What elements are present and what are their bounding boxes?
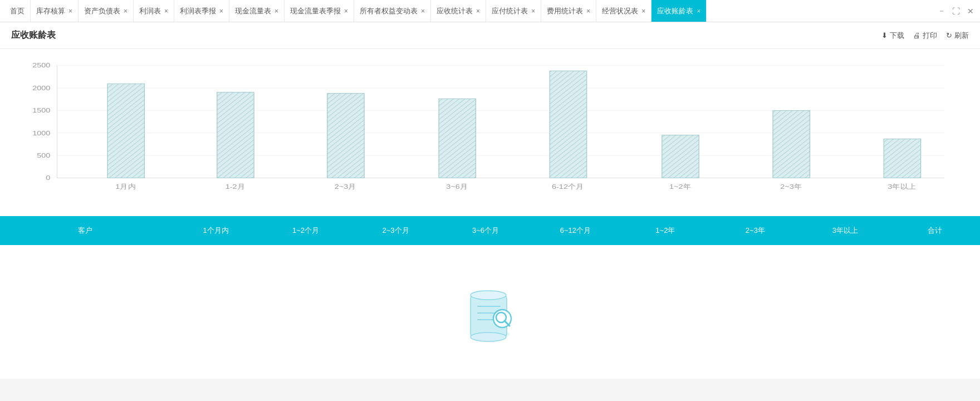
bar-1-2年 xyxy=(662,135,699,178)
bar-chart: 2500 2000 1500 1000 500 0 1月内 1-2月 xyxy=(17,60,958,199)
tab-equity[interactable]: 所有者权益变动表× xyxy=(354,0,431,22)
bar-2-3年 xyxy=(773,110,810,178)
bar-2-3月 xyxy=(327,94,364,178)
svg-text:500: 500 xyxy=(37,151,50,159)
svg-text:2500: 2500 xyxy=(32,62,50,69)
tab-home[interactable]: 首页 xyxy=(4,0,31,22)
svg-text:6-12个月: 6-12个月 xyxy=(552,183,584,190)
tab-label-equity: 所有者权益变动表 xyxy=(360,6,418,16)
tab-label-operations: 经营状况表 xyxy=(602,6,638,16)
table-header-9: 合计 xyxy=(890,226,980,236)
tab-label-ar-aging: 应收账龄表 xyxy=(657,6,693,16)
table-header-3: 2~3个月 xyxy=(351,226,440,236)
tab-operations[interactable]: 经营状况表× xyxy=(596,0,651,22)
tab-ar-stats[interactable]: 应收统计表× xyxy=(431,0,486,22)
empty-icon xyxy=(457,278,523,345)
tab-close-equity[interactable]: × xyxy=(421,7,425,15)
bar-3年以上 xyxy=(884,139,920,178)
tab-ar-aging[interactable]: 应收账龄表× xyxy=(651,0,707,22)
svg-text:1-2月: 1-2月 xyxy=(226,183,245,190)
tab-close-ar-aging[interactable]: × xyxy=(697,7,700,15)
tab-close-balance[interactable]: × xyxy=(124,7,128,15)
tab-label-cashflow: 现金流量表 xyxy=(235,6,271,16)
minimize-button[interactable]: － xyxy=(937,6,947,16)
download-button[interactable]: ⬇ 下载 xyxy=(881,31,904,41)
tab-label-ar-stats: 应收统计表 xyxy=(437,6,473,16)
svg-text:1月内: 1月内 xyxy=(115,183,136,190)
main-content: 2500 2000 1500 1000 500 0 1月内 1-2月 xyxy=(0,49,980,379)
tab-expense-stats[interactable]: 费用统计表× xyxy=(541,0,596,22)
maximize-button[interactable]: ⛶ xyxy=(951,6,961,16)
tab-close-cashflow-quarterly[interactable]: × xyxy=(344,7,348,15)
svg-text:1~2年: 1~2年 xyxy=(669,183,691,190)
refresh-icon: ↻ xyxy=(946,31,952,40)
tab-bar: 首页库存核算×资产负债表×利润表×利润表季报×现金流量表×现金流量表季报×所有者… xyxy=(0,0,980,22)
print-button[interactable]: 🖨 打印 xyxy=(913,31,937,41)
refresh-label: 刷新 xyxy=(954,31,969,41)
table-header-1: 1个月内 xyxy=(171,226,261,236)
table-header-6: 1~2年 xyxy=(620,226,710,236)
refresh-button[interactable]: ↻ 刷新 xyxy=(946,31,969,41)
tab-close-ap-stats[interactable]: × xyxy=(531,7,535,15)
svg-text:1500: 1500 xyxy=(32,107,50,114)
svg-point-25 xyxy=(471,291,506,300)
bar-1-2月 xyxy=(217,92,254,178)
tab-close-ar-stats[interactable]: × xyxy=(476,7,480,15)
bar-1月内 xyxy=(107,84,144,178)
svg-text:3年以上: 3年以上 xyxy=(888,183,916,190)
print-label: 打印 xyxy=(923,31,937,41)
svg-text:2000: 2000 xyxy=(32,84,50,91)
table-header-5: 6~12个月 xyxy=(531,226,620,236)
tab-label-profit: 利润表 xyxy=(139,6,161,16)
table-header-4: 3~6个月 xyxy=(440,226,530,236)
tab-cashflow-quarterly[interactable]: 现金流量表季报× xyxy=(285,0,354,22)
page-title: 应收账龄表 xyxy=(11,30,56,41)
window-controls: － ⛶ ✕ xyxy=(937,6,976,16)
table-header: 客户1个月内1~2个月2~3个月3~6个月6~12个月1~2年2~3年3年以上合… xyxy=(0,216,980,245)
empty-state xyxy=(0,245,980,379)
page-header: 应收账龄表 ⬇ 下载 🖨 打印 ↻ 刷新 xyxy=(0,22,980,49)
tab-cashflow[interactable]: 现金流量表× xyxy=(229,0,285,22)
svg-text:3~6月: 3~6月 xyxy=(446,183,468,190)
bar-6-12月 xyxy=(550,71,586,178)
table-header-0: 客户 xyxy=(0,226,171,236)
svg-point-26 xyxy=(471,332,506,341)
download-icon: ⬇ xyxy=(881,31,888,40)
svg-text:2~3月: 2~3月 xyxy=(335,183,356,190)
tab-label-balance: 资产负债表 xyxy=(84,6,120,16)
close-button[interactable]: ✕ xyxy=(966,6,976,16)
tab-profit-quarterly[interactable]: 利润表季报× xyxy=(174,0,229,22)
tab-close-cashflow[interactable]: × xyxy=(275,7,278,15)
table-header-8: 3年以上 xyxy=(800,226,890,236)
bar-3-6月 xyxy=(439,99,476,178)
tab-label-cashflow-quarterly: 现金流量表季报 xyxy=(290,6,341,16)
table-header-2: 1~2个月 xyxy=(261,226,350,236)
tab-ap-stats[interactable]: 应付统计表× xyxy=(486,0,541,22)
tab-close-profit[interactable]: × xyxy=(164,7,168,15)
tab-label-expense-stats: 费用统计表 xyxy=(547,6,583,16)
tab-label-ap-stats: 应付统计表 xyxy=(492,6,528,16)
print-icon: 🖨 xyxy=(913,31,920,40)
tab-balance[interactable]: 资产负债表× xyxy=(79,0,134,22)
svg-text:2~3年: 2~3年 xyxy=(780,183,802,190)
svg-text:1000: 1000 xyxy=(32,129,50,136)
tab-close-inventory[interactable]: × xyxy=(68,7,72,15)
chart-area: 2500 2000 1500 1000 500 0 1月内 1-2月 xyxy=(0,49,980,216)
tab-label-home: 首页 xyxy=(10,6,24,16)
header-actions: ⬇ 下载 🖨 打印 ↻ 刷新 xyxy=(881,31,969,41)
tab-close-expense-stats[interactable]: × xyxy=(586,7,590,15)
tab-close-profit-quarterly[interactable]: × xyxy=(219,7,223,15)
table-header-7: 2~3年 xyxy=(710,226,800,236)
tab-label-inventory: 库存核算 xyxy=(36,6,65,16)
tab-label-profit-quarterly: 利润表季报 xyxy=(180,6,216,16)
tab-inventory[interactable]: 库存核算× xyxy=(31,0,79,22)
tab-close-operations[interactable]: × xyxy=(641,7,645,15)
tab-profit[interactable]: 利润表× xyxy=(134,0,174,22)
svg-text:0: 0 xyxy=(46,174,50,182)
download-label: 下载 xyxy=(890,31,904,41)
